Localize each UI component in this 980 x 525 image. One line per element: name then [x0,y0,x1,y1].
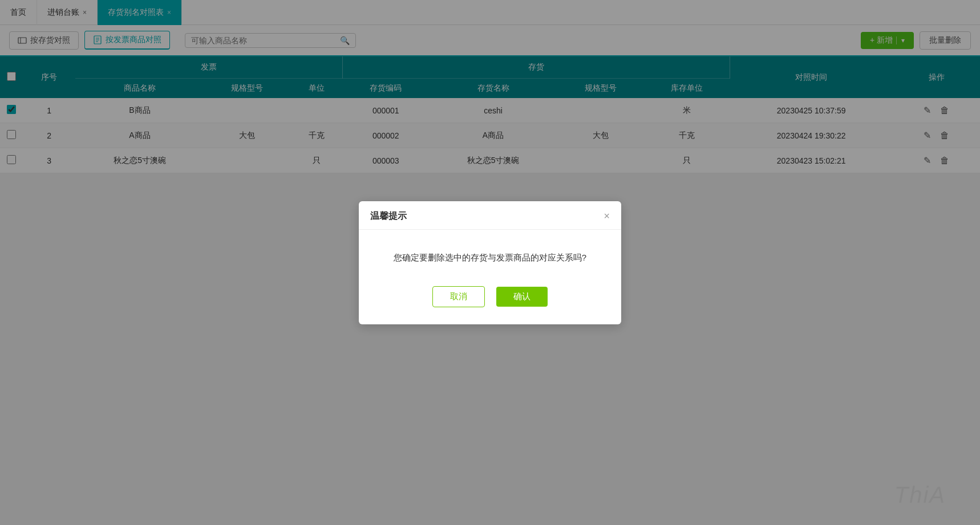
overlay: 温馨提示 × 您确定要删除选中的存货与发票商品的对应关系吗? 取消 确认 [0,0,980,525]
dialog-message: 您确定要删除选中的存货与发票商品的对应关系吗? [394,253,586,262]
dialog-header: 温馨提示 × [359,201,621,230]
dialog-title: 温馨提示 [370,210,407,222]
dialog-confirm-button[interactable]: 确认 [496,287,548,307]
dialog-cancel-button[interactable]: 取消 [432,286,485,307]
dialog: 温馨提示 × 您确定要删除选中的存货与发票商品的对应关系吗? 取消 确认 [359,201,621,324]
dialog-footer: 取消 确认 [359,280,621,324]
dialog-body: 您确定要删除选中的存货与发票商品的对应关系吗? [359,230,621,280]
dialog-close-button[interactable]: × [604,211,610,221]
